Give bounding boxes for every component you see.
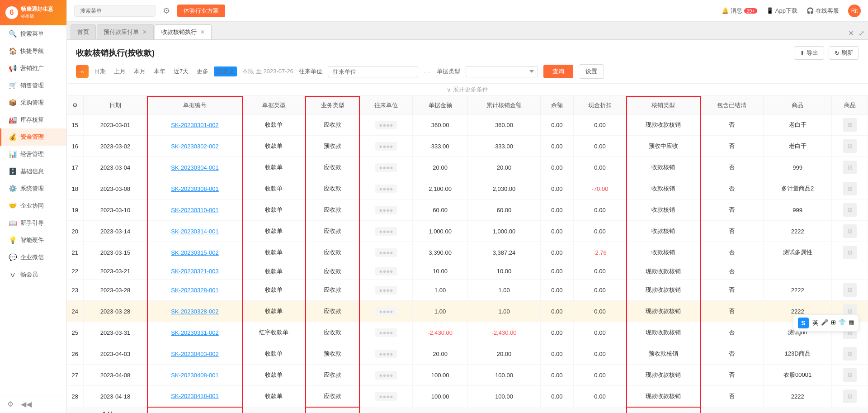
sidebar-item-sales[interactable]: 🛒 销售管理: [0, 77, 66, 94]
bill-type-label: 单据类型: [437, 67, 460, 76]
sn-link[interactable]: SK-20230321-003: [171, 268, 219, 275]
row-partner: ●●●●: [359, 221, 413, 242]
wm-mic-icon[interactable]: 🎤: [821, 319, 828, 327]
export-button[interactable]: ⬆ 导出: [794, 46, 824, 60]
row-amount: 100.00: [413, 386, 468, 407]
settings-button[interactable]: 设置: [579, 64, 604, 79]
sn-link[interactable]: SK-20230304-001: [171, 164, 219, 171]
row-balance: 0.00: [541, 263, 574, 280]
tab-prepay[interactable]: 预付款应付单 ✕: [97, 24, 154, 39]
col-amount-header: 单据金额: [413, 96, 468, 114]
tab-expand-icon[interactable]: ⤢: [859, 29, 864, 38]
wm-grid-icon[interactable]: ⊞: [831, 319, 836, 327]
industry-btn[interactable]: 体验行业方案: [177, 5, 225, 17]
row-amount: 60.00: [413, 199, 468, 221]
row-balance: 0.00: [541, 322, 574, 343]
sn-link[interactable]: SK-20230301-002: [171, 122, 219, 128]
date-range-display: 不限 至 2023-07-26: [242, 67, 293, 76]
row-cancel-type: 现款收款核销: [627, 386, 700, 407]
row-amount: 100.00: [413, 365, 468, 386]
sn-link[interactable]: SK-20230331-002: [171, 329, 219, 336]
date-last-7days[interactable]: 近7天: [171, 66, 191, 76]
expand-more-button[interactable]: ∨ 展开更多条件: [447, 85, 488, 94]
date-more[interactable]: 更多: [194, 66, 211, 76]
row-amount: 3,390.00: [413, 242, 468, 263]
user-avatar[interactable]: Rit: [848, 5, 861, 17]
row-biz-type: 预收款: [306, 343, 359, 365]
sidebar-item-operation[interactable]: 📊 经营管理: [0, 146, 66, 163]
row-no: 27: [67, 365, 83, 386]
sn-link[interactable]: SK-20230418-001: [171, 393, 219, 399]
sidebar-label-inventory: 库存核算: [20, 116, 44, 124]
partner-input[interactable]: [328, 66, 418, 77]
online-service-item[interactable]: 🎧 在线客服: [807, 7, 839, 15]
sidebar-label-operation: 经营管理: [20, 150, 44, 158]
row-cancel-type: 收款核销: [627, 157, 700, 178]
sidebar-item-system[interactable]: ⚙️ 系统管理: [0, 180, 66, 197]
tab-writeoff[interactable]: 收款核销执行 ✕: [155, 24, 212, 39]
sidebar-item-guide[interactable]: 📖 新手引导: [0, 214, 66, 232]
row-no: 19: [67, 199, 83, 221]
sn-link[interactable]: SK-20230302-002: [171, 143, 219, 150]
writeoff-tab-close[interactable]: ✕: [200, 29, 205, 35]
date-this-month[interactable]: 本月: [131, 66, 148, 76]
sidebar-label-quicknav: 快捷导航: [20, 47, 44, 55]
topbar-gear-icon[interactable]: ⚙: [163, 6, 170, 16]
row-goods: 衣服00001: [764, 365, 832, 386]
sn-link[interactable]: SK-20230314-001: [171, 228, 219, 235]
prepay-tab-close[interactable]: ✕: [142, 29, 147, 35]
sidebar-item-member[interactable]: V 畅会员: [0, 266, 66, 283]
filter-expand-button[interactable]: »: [76, 65, 89, 78]
sidebar-item-hardware[interactable]: 💡 智能硬件: [0, 232, 66, 249]
sidebar-item-corp[interactable]: 🤝 企业协同: [0, 197, 66, 214]
sidebar-item-marketing[interactable]: 📢 营销推广: [0, 60, 66, 77]
row-goods: 老白干: [764, 136, 832, 157]
app-download-item[interactable]: 📱 App下载: [766, 7, 797, 15]
query-button[interactable]: 查询: [543, 65, 573, 78]
messages-item[interactable]: 🔔 消息 99+: [722, 7, 757, 15]
row-writeoff-amount: 3,387.24: [468, 242, 541, 263]
row-discount: 0.00: [573, 322, 627, 343]
sidebar-item-base[interactable]: 🗄️ 基础信息: [0, 163, 66, 180]
partner-blurred: ●●●●: [375, 328, 396, 337]
sidebar-icon-inventory: 🏭: [9, 116, 17, 124]
expand-more-label: 展开更多条件: [453, 85, 488, 94]
tab-close-all-icon[interactable]: ✕: [848, 29, 854, 38]
collapse-icon[interactable]: ◀◀: [21, 400, 32, 408]
sn-link[interactable]: SK-20230328-002: [171, 308, 219, 315]
refresh-button[interactable]: ↻ 刷新: [829, 46, 859, 60]
table-row: 22 2023-03-21 SK-20230321-003 收款单 应收款 ●●…: [67, 263, 868, 280]
sidebar-icon-marketing: 📢: [9, 64, 17, 72]
row-date: 2023-03-28: [83, 280, 147, 301]
date-custom-btn[interactable]: 自定义: [214, 66, 237, 76]
settings-icon[interactable]: ⚙: [7, 400, 14, 408]
sn-link[interactable]: SK-20230315-002: [171, 249, 219, 256]
sidebar-item-finance[interactable]: 💰 资金管理: [0, 128, 66, 146]
date-this-year[interactable]: 本年: [151, 66, 168, 76]
page-actions: ⬆ 导出 ↻ 刷新: [794, 46, 859, 60]
bill-type-select[interactable]: [466, 66, 538, 77]
sidebar-item-wechat[interactable]: 💬 企业微信: [0, 249, 66, 266]
topbar-search[interactable]: [74, 5, 156, 17]
wm-shirt-icon[interactable]: 👕: [839, 319, 846, 327]
row-partner: ●●●●: [359, 322, 413, 343]
sidebar-item-inventory[interactable]: 🏭 库存核算: [0, 111, 66, 128]
sidebar-item-quicknav[interactable]: 🏠 快捷导航: [0, 43, 66, 60]
row-settled: 否: [700, 301, 764, 322]
main-area: ⚙ 体验行业方案 🔔 消息 99+ 📱 App下载 🎧 在线客服 Rit 首页: [67, 0, 868, 413]
sn-link[interactable]: SK-20230308-001: [171, 185, 219, 192]
sn-link[interactable]: SK-20230328-001: [171, 287, 219, 294]
col-settings-header[interactable]: ⚙: [67, 96, 83, 114]
wm-apps-icon[interactable]: ▦: [849, 319, 854, 327]
sn-link[interactable]: SK-20230408-001: [171, 372, 219, 379]
wm-text-icon[interactable]: 英: [812, 319, 818, 327]
sidebar-item-search[interactable]: 🔍 搜索菜单: [0, 25, 66, 43]
sidebar-item-purchase[interactable]: 📦 采购管理: [0, 94, 66, 111]
tab-home[interactable]: 首页: [71, 24, 96, 39]
sn-link[interactable]: SK-20230310-001: [171, 207, 219, 214]
row-bill-type: 收款单: [242, 343, 306, 365]
col-bill-type-header: 单据类型: [242, 96, 306, 114]
sn-link[interactable]: SK-20230403-002: [171, 351, 219, 357]
date-last-month[interactable]: 上月: [111, 66, 128, 76]
footer-goods-img: [832, 407, 868, 413]
